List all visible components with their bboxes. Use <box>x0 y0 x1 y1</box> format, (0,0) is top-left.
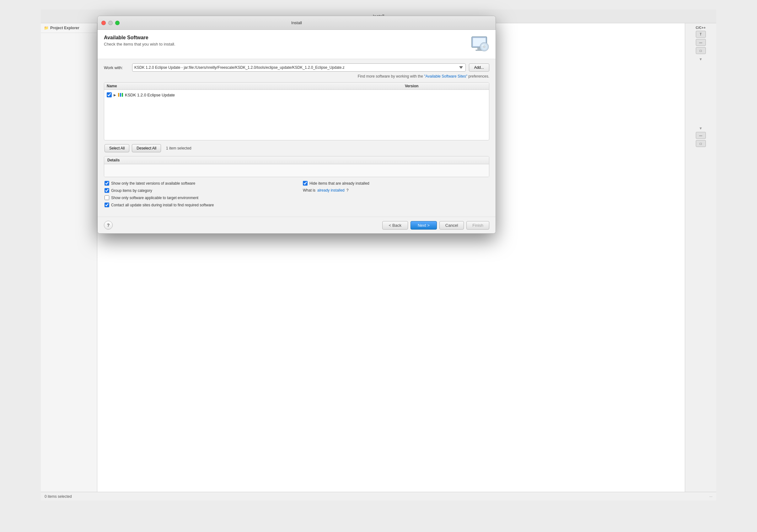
table-row: ▶ KSDK 1.2.0 Eclipse Update <box>107 91 486 99</box>
available-software-title: Available Software <box>104 35 175 41</box>
software-table: Name Version ▶ KSDK 1.2.0 Ecl <box>104 82 489 141</box>
item-label-ksdk: KSDK 1.2.0 Eclipse Update <box>125 93 175 97</box>
table-body: ▶ KSDK 1.2.0 Eclipse Update <box>104 90 489 140</box>
sidebar-title: Project Explorer <box>50 26 79 30</box>
item-expand-arrow[interactable]: ▶ <box>114 93 116 97</box>
item-checkbox-ksdk[interactable] <box>107 92 112 97</box>
status-text: 0 items selected <box>45 494 72 499</box>
available-software-subtitle: Check the items that you wish to install… <box>104 42 175 47</box>
toolbar-btn-minimize[interactable]: — <box>696 39 706 46</box>
already-installed-row: What is already installed ? <box>303 188 489 193</box>
dialog-titlebar: Install <box>98 16 496 30</box>
folder-icon: 📁 <box>44 26 49 30</box>
option-latest-versions-checkbox[interactable] <box>105 181 109 186</box>
available-software-sites-link[interactable]: "Available Software Sites" <box>424 74 467 78</box>
toolbar-btn-minimize2[interactable]: — <box>696 132 706 139</box>
next-button[interactable]: Next > <box>410 221 437 230</box>
work-with-select[interactable]: KSDK 1.2.0 Eclipse Update - jar:file:/Us… <box>132 63 466 72</box>
option-target-environment-checkbox[interactable] <box>105 195 109 200</box>
sidebar: 📁 Project Explorer <box>41 23 97 501</box>
options-section: Show only the latest versions of availab… <box>104 181 489 207</box>
dialog-title: Install <box>291 20 302 25</box>
footer-right: < Back Next > Cancel Finish <box>382 221 489 230</box>
ksdk-icon <box>118 93 123 97</box>
right-toolbar: C/C++ T — □ ▾ ▾ — □ <box>685 23 716 501</box>
work-with-label: Work with: <box>104 65 129 70</box>
selected-count: 1 item selected <box>166 146 192 150</box>
software-sites-row: Find more software by working with the "… <box>104 74 489 78</box>
select-deselect-row: Select All Deselect All 1 item selected <box>104 144 489 152</box>
minimize-button[interactable] <box>108 21 113 25</box>
toolbar-btn-maximize[interactable]: □ <box>696 47 706 54</box>
software-sites-prefix: Find more software by working with the <box>358 74 424 78</box>
details-section: Details <box>104 156 489 177</box>
toolbar-btn-t[interactable]: T <box>696 31 706 38</box>
option-hide-installed-checkbox[interactable] <box>303 181 308 186</box>
dialog-header: Available Software Check the items that … <box>98 30 496 59</box>
cancel-button[interactable]: Cancel <box>439 221 464 230</box>
finish-button[interactable]: Finish <box>467 221 489 230</box>
software-sites-suffix: preferences. <box>467 74 489 78</box>
dialog-footer: ? < Back Next > Cancel Finish <box>98 217 496 233</box>
dialog-content: Work with: KSDK 1.2.0 Eclipse Update - j… <box>98 59 496 217</box>
options-right: Hide items that are already installed Wh… <box>303 181 489 207</box>
option-latest-versions-label: Show only the latest versions of availab… <box>111 181 195 186</box>
footer-left: ? <box>104 221 113 230</box>
option-latest-versions[interactable]: Show only the latest versions of availab… <box>105 181 290 186</box>
dialog-header-text: Available Software Check the items that … <box>104 35 175 47</box>
status-dots: ··· <box>709 494 712 499</box>
toolbar-btn-maximize2[interactable]: □ <box>696 140 706 147</box>
options-left: Show only the latest versions of availab… <box>105 181 290 207</box>
sidebar-header: 📁 Project Explorer <box>41 23 97 33</box>
option-group-by-category[interactable]: Group items by category <box>105 188 290 193</box>
option-contact-update-sites[interactable]: Contact all update sites during install … <box>105 203 290 207</box>
option-contact-update-sites-label: Contact all update sites during install … <box>111 203 214 207</box>
option-group-by-category-label: Group items by category <box>111 188 152 193</box>
option-group-by-category-checkbox[interactable] <box>105 188 109 193</box>
add-button[interactable]: Add... <box>469 63 489 72</box>
option-hide-installed-label: Hide items that are already installed <box>310 181 369 186</box>
option-hide-installed[interactable]: Hide items that are already installed <box>303 181 489 186</box>
maximize-button[interactable] <box>115 21 120 25</box>
install-dialog: Install Available Software Check the ite… <box>97 16 496 234</box>
toolbar-arrow-down2: ▾ <box>700 126 702 131</box>
help-button[interactable]: ? <box>104 221 113 230</box>
option-target-environment-label: Show only software applicable to target … <box>111 196 198 200</box>
deselect-all-button[interactable]: Deselect All <box>132 144 161 152</box>
table-header: Name Version <box>104 82 489 90</box>
dialog-body: Available Software Check the items that … <box>98 30 496 233</box>
already-installed-link[interactable]: already installed <box>317 188 345 193</box>
status-bar: 0 items selected ··· <box>41 492 716 501</box>
close-button[interactable] <box>101 21 106 25</box>
back-button[interactable]: < Back <box>382 221 408 230</box>
question-mark: ? <box>347 188 349 193</box>
computer-icon <box>469 35 489 55</box>
traffic-lights <box>101 21 120 25</box>
select-all-button[interactable]: Select All <box>105 144 129 152</box>
svg-point-7 <box>484 47 485 47</box>
col-version-header: Version <box>405 84 486 88</box>
details-body <box>104 164 489 177</box>
details-header: Details <box>104 156 489 164</box>
option-target-environment[interactable]: Show only software applicable to target … <box>105 195 290 200</box>
option-contact-update-sites-checkbox[interactable] <box>105 203 109 207</box>
col-name-header: Name <box>107 84 405 88</box>
work-with-row: Work with: KSDK 1.2.0 Eclipse Update - j… <box>104 63 489 72</box>
toolbar-arrow-down: ▾ <box>700 56 702 62</box>
what-is-prefix: What is <box>303 188 316 193</box>
toolbar-label-cc: C/C++ <box>696 26 706 30</box>
